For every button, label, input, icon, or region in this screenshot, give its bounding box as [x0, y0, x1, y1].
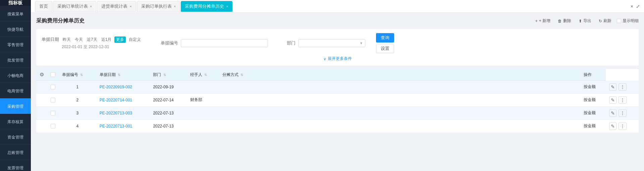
sidebar-item-purchase[interactable]: 采购管理 [0, 98, 31, 114]
shortcut-yesterday[interactable]: 昨天 [62, 36, 72, 43]
header-checkbox[interactable] [51, 72, 55, 77]
shortcut-7days[interactable]: 近7天 [86, 36, 98, 43]
sidebar-item-retail[interactable]: 零售管理 [0, 37, 31, 52]
col-date: 单据日期 ⇅ [96, 69, 150, 81]
delete-button[interactable]: 🗑 删除 [556, 17, 573, 25]
tab-purchase-goods-stats[interactable]: 进货单统计表 × [97, 1, 136, 12]
main-area: 首页 采购订单统计表 × 进货单统计表 × 采购订单执行表 × 采购费用分摊单历… [31, 0, 644, 171]
settings-icon[interactable]: ⚙ [40, 72, 44, 77]
row-more-icon-0[interactable]: ⋮ [619, 83, 627, 91]
expand-label: 展开更多条件 [328, 56, 352, 62]
row-doc-no-link-3[interactable]: PE-20220713-001 [100, 124, 132, 129]
row-checkbox-2[interactable] [51, 111, 55, 115]
row-more-icon-2[interactable]: ⋮ [619, 109, 627, 117]
sidebar-item-mini[interactable]: 小畅电商 [0, 68, 31, 83]
toolbar: + + 新增 🗑 删除 ⬆ 导出 ↻ 刷新 显示明细 [533, 17, 639, 25]
refresh-button[interactable]: ↻ 刷新 [597, 17, 613, 25]
row-date-1: 2022-07-14 [150, 93, 187, 106]
row-edit-icon-0[interactable]: ✎ [609, 83, 616, 91]
doc-no-input[interactable] [181, 39, 268, 47]
date-shortcuts: 昨天 今天 近7天 近1月 更多 自定义 [62, 36, 142, 43]
row-date-0: 2022-09-19 [150, 81, 187, 94]
row-split-method-1: 按金额 [580, 93, 606, 106]
data-table: ⚙ 单据编号 ⇅ 单据日期 ⇅ [36, 69, 639, 133]
col-date-sort[interactable]: ⇅ [118, 73, 120, 77]
row-edit-icon-2[interactable]: ✎ [609, 109, 616, 117]
row-action-icons-2: ✎ ⋮ [609, 109, 635, 117]
dept-select[interactable]: ▾ [298, 39, 365, 47]
sidebar-item-ecommerce[interactable]: 电商管理 [0, 83, 31, 98]
col-dept-sort[interactable]: ⇅ [163, 73, 166, 77]
table-row: 3 PE-20220713-003 2022-07-13 按金额 ✎ ⋮ [36, 106, 639, 119]
tab-purchase-goods-stats-close[interactable]: × [129, 4, 131, 8]
row-doc-no-1: PE-20220714-001 [96, 93, 150, 106]
tab-purchase-order-exec-close[interactable]: × [174, 4, 176, 8]
row-actions-2: ✎ ⋮ [606, 106, 639, 119]
col-handler-sort[interactable]: ⇅ [204, 73, 207, 77]
export-button[interactable]: ⬆ 导出 [577, 17, 593, 25]
expand-icon: ∨ [323, 57, 326, 61]
shortcut-custom[interactable]: 自定义 [128, 36, 142, 43]
tab-purchase-cost-split-close[interactable]: × [226, 4, 228, 8]
tab-purchase-order-exec[interactable]: 采购订单执行表 × [137, 1, 180, 12]
row-checkbox-3[interactable] [51, 124, 55, 129]
sidebar-item-invoice[interactable]: 发票管理 [0, 160, 31, 171]
row-checkbox-1[interactable] [51, 98, 55, 102]
row-check-2 [47, 106, 59, 119]
row-settings-3 [36, 119, 47, 133]
sidebar-item-inventory[interactable]: 库存核算 [0, 114, 31, 129]
page-header: 采购费用分摊单历史 + + 新增 🗑 删除 ⬆ 导出 ↻ 刷新 [36, 17, 639, 25]
display-toggle-label: 显示明细 [623, 18, 639, 24]
row-handler-1 [219, 93, 581, 106]
table-header-row: ⚙ 单据编号 ⇅ 单据日期 ⇅ [36, 69, 639, 81]
sidebar-item-wholesale[interactable]: 批发管理 [0, 52, 31, 68]
row-doc-no-link-1[interactable]: PE-20220714-001 [100, 98, 132, 102]
row-actions-1: ✎ ⋮ [606, 93, 639, 106]
query-button[interactable]: 查询 [376, 33, 394, 42]
display-toggle-checkbox[interactable] [617, 19, 621, 23]
row-settings-2 [36, 106, 47, 119]
setting-button[interactable]: 设置 [376, 44, 394, 53]
col-handler: 经手人 ⇅ [187, 69, 219, 81]
row-action-icons-3: ✎ ⋮ [609, 122, 635, 130]
row-checkbox-0[interactable] [51, 85, 55, 89]
shortcut-more[interactable]: 更多 [114, 36, 126, 43]
add-button[interactable]: + + 新增 [533, 17, 552, 25]
col-doc-no: 单据编号 ⇅ [59, 69, 96, 81]
row-dept-2 [187, 106, 219, 119]
chevron-down-icon: ▾ [360, 41, 362, 46]
row-more-icon-3[interactable]: ⋮ [619, 122, 627, 130]
col-action-label: 操作 [584, 72, 592, 77]
row-date-2: 2022-07-13 [150, 106, 187, 119]
row-edit-icon-3[interactable]: ✎ [609, 122, 616, 130]
sidebar-item-general[interactable]: 总账管理 [0, 145, 31, 160]
row-more-icon-1[interactable]: ⋮ [619, 96, 627, 104]
shortcut-today[interactable]: 今天 [74, 36, 84, 43]
tab-purchase-order-stats-close[interactable]: × [90, 4, 92, 8]
row-doc-no-link-2[interactable]: PE-20220713-003 [100, 111, 132, 115]
tab-purchase-order-stats[interactable]: 采购订单统计表 × [53, 1, 96, 12]
row-doc-no-link-0[interactable]: PE-20220919-002 [100, 85, 132, 89]
col-split-method-sort[interactable]: ⇅ [240, 73, 243, 77]
doc-no-label: 单据编号 [161, 40, 178, 46]
sidebar-item-quick[interactable]: 快捷导航 [0, 21, 31, 37]
row-handler-3 [219, 119, 581, 133]
row-edit-icon-1[interactable]: ✎ [609, 96, 616, 104]
shortcut-1month[interactable]: 近1月 [100, 36, 113, 43]
tabs-right-actions: × ⤢ [631, 4, 640, 9]
display-toggle[interactable]: 显示明细 [617, 18, 639, 24]
sidebar-item-finance[interactable]: 资金管理 [0, 129, 31, 145]
col-handler-label: 经手人 [190, 72, 202, 77]
col-doc-no-sort[interactable]: ⇅ [80, 73, 83, 77]
delete-label: 删除 [563, 18, 571, 24]
tab-purchase-cost-split[interactable]: 采购费用分摊单历史 × [181, 1, 232, 12]
tab-home[interactable]: 首页 [35, 1, 52, 12]
row-check-0 [47, 81, 59, 94]
maximize-icon[interactable]: ⤢ [636, 4, 640, 9]
row-check-1 [47, 93, 59, 106]
filter-area: 单据日期 昨天 今天 近7天 近1月 更多 自定义 2022-01-01 至 2… [36, 29, 639, 66]
expand-more-button[interactable]: ∨ 展开更多条件 [42, 56, 633, 62]
tabs-bar: 首页 采购订单统计表 × 进货单统计表 × 采购订单执行表 × 采购费用分摊单历… [31, 0, 644, 13]
close-icon[interactable]: × [631, 4, 633, 9]
sidebar-item-search[interactable]: 搜索菜单 [0, 6, 31, 21]
